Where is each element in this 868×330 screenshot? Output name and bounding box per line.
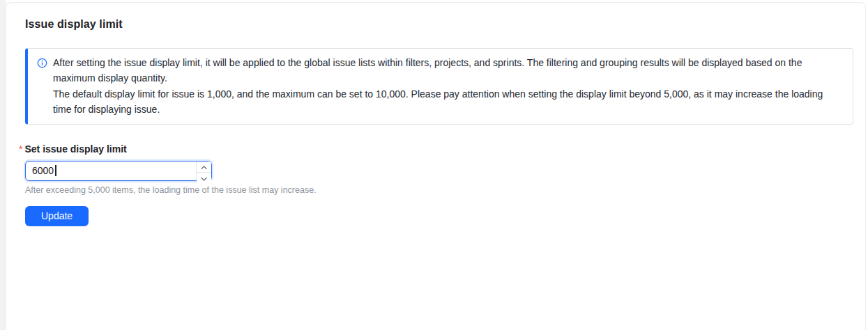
update-button[interactable]: Update [25,206,89,226]
page-title: Issue display limit [25,18,851,31]
settings-panel: Issue display limit After setting the is… [6,2,866,330]
chevron-up-icon [201,162,207,172]
field-label: Set issue display limit [24,143,126,155]
info-icon [37,58,47,70]
required-asterisk: * [19,143,22,155]
info-notice-box: After setting the issue display limit, i… [25,48,853,125]
notice-paragraph-1: After setting the issue display limit, i… [53,55,839,86]
text-caret [55,165,56,176]
stepper-decrement-button[interactable] [197,173,211,183]
issue-limit-input-wrapper [25,161,212,181]
number-stepper [196,162,211,180]
field-helper-text: After exceeding 5,000 items, the loading… [25,185,851,195]
field-label-row: *Set issue display limit [19,144,851,155]
issue-limit-input[interactable] [26,162,196,180]
notice-text: After setting the issue display limit, i… [53,55,839,118]
chevron-down-icon [201,173,207,183]
notice-paragraph-2: The default display limit for issue is 1… [53,86,839,118]
page-left-gutter [0,0,6,330]
stepper-increment-button[interactable] [197,162,211,173]
